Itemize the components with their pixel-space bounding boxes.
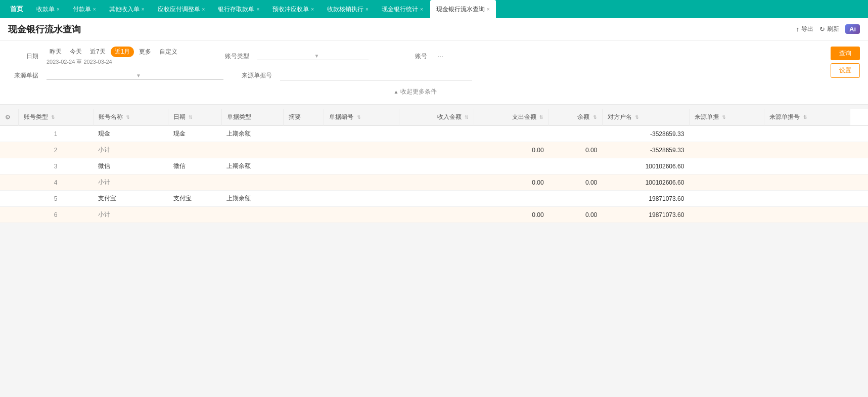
cell-source-doc-no bbox=[850, 158, 868, 174]
cell-doc-type bbox=[284, 191, 324, 207]
cell-doc-no bbox=[399, 158, 474, 174]
cell-income: 0.00 bbox=[474, 207, 549, 223]
cell-expense: 0.00 bbox=[549, 142, 603, 158]
cell-counterparty bbox=[689, 207, 764, 223]
page-header: 现金银行流水查询 ↑ 导出 ↻ 刷新 Ai bbox=[0, 18, 868, 40]
close-icon[interactable]: × bbox=[420, 7, 423, 12]
cell-summary bbox=[324, 207, 399, 223]
cell-doc-type bbox=[284, 174, 324, 191]
refresh-button[interactable]: ↻ 刷新 bbox=[819, 25, 839, 33]
nav-tab-yinhang[interactable]: 银行存取款单 × bbox=[212, 0, 265, 18]
cell-counterparty bbox=[689, 142, 764, 158]
date-label: 日期 bbox=[8, 52, 38, 61]
cell-date bbox=[221, 207, 284, 223]
sort-icon: ⇅ bbox=[357, 115, 361, 120]
cell-account-name: 微信 bbox=[168, 158, 222, 174]
cell-account-type: 小计 bbox=[93, 207, 168, 223]
close-icon[interactable]: × bbox=[93, 7, 96, 12]
sort-icon: ⇅ bbox=[189, 115, 193, 120]
cell-summary bbox=[324, 142, 399, 158]
collapse-bar[interactable]: ▲ 收起更多条件 bbox=[8, 85, 823, 98]
close-icon[interactable]: × bbox=[142, 7, 145, 12]
nav-tab-tiaozheng[interactable]: 应收应付调整单 × bbox=[152, 0, 211, 18]
cell-source-doc bbox=[764, 191, 850, 207]
cell-source-doc bbox=[764, 158, 850, 174]
header-actions: ↑ 导出 ↻ 刷新 Ai bbox=[796, 24, 860, 34]
ai-badge[interactable]: Ai bbox=[845, 24, 860, 34]
sort-icon: ⇅ bbox=[51, 115, 55, 120]
table-row: 4小计0.000.00100102606.60 bbox=[0, 174, 868, 191]
col-doc-no[interactable]: 单据编号 ⇅ bbox=[324, 109, 399, 126]
nav-tab-liushui[interactable]: 现金银行流水查询 × bbox=[430, 0, 496, 18]
col-source-doc-no[interactable]: 来源单据号 ⇅ bbox=[764, 109, 850, 126]
query-button[interactable]: 查询 bbox=[831, 47, 860, 60]
source-doc-select[interactable]: ▼ bbox=[47, 72, 223, 80]
cell-counterparty bbox=[689, 174, 764, 191]
date-btn-1month[interactable]: 近1月 bbox=[111, 47, 134, 57]
nav-home[interactable]: 首页 bbox=[4, 0, 29, 18]
date-options: 昨天 今天 近7天 近1月 更多 自定义 bbox=[47, 47, 180, 57]
nav-tab-shoukuandan[interactable]: 收款单 × bbox=[30, 0, 66, 18]
tab-label: 现金银行统计 bbox=[382, 5, 418, 14]
more-options-icon[interactable]: ··· bbox=[437, 52, 443, 60]
date-block: 昨天 今天 近7天 近1月 更多 自定义 2023-02-24 至 2023-0… bbox=[47, 47, 180, 66]
col-balance[interactable]: 余额 ⇅ bbox=[549, 109, 603, 126]
export-button[interactable]: ↑ 导出 bbox=[796, 25, 814, 33]
cell-source-doc bbox=[764, 142, 850, 158]
col-date[interactable]: 日期 ⇅ bbox=[168, 109, 222, 126]
col-summary[interactable]: 摘要 bbox=[284, 109, 324, 126]
settings-button[interactable]: 设置 bbox=[831, 63, 860, 78]
close-icon[interactable]: × bbox=[311, 7, 314, 12]
account-type-select[interactable]: ▼ bbox=[257, 52, 369, 60]
refresh-icon: ↻ bbox=[819, 25, 825, 33]
close-icon[interactable]: × bbox=[202, 7, 205, 12]
cell-source-doc-no bbox=[850, 207, 868, 223]
col-doc-type[interactable]: 单据类型 bbox=[221, 109, 284, 126]
row-number: 5 bbox=[18, 191, 93, 207]
tab-label: 付款单 bbox=[73, 5, 91, 14]
date-btn-yesterday[interactable]: 昨天 bbox=[47, 47, 65, 57]
cell-income: 0.00 bbox=[474, 174, 549, 191]
cell-doc-no bbox=[399, 142, 474, 158]
col-expense[interactable]: 支出金额 ⇅ bbox=[474, 109, 549, 126]
cell-account-type: 支付宝 bbox=[93, 191, 168, 207]
column-settings-icon[interactable]: ⚙ bbox=[5, 114, 11, 121]
home-label: 首页 bbox=[10, 5, 23, 14]
nav-tab-qitashouru[interactable]: 其他收入单 × bbox=[103, 0, 151, 18]
nav-tab-hexiao[interactable]: 收款核销执行 × bbox=[321, 0, 375, 18]
cell-summary bbox=[324, 174, 399, 191]
source-doc-no-input[interactable] bbox=[280, 71, 472, 80]
date-btn-custom[interactable]: 自定义 bbox=[156, 47, 180, 57]
tab-label: 其他收入单 bbox=[109, 5, 140, 14]
col-source-doc[interactable]: 来源单据 ⇅ bbox=[689, 109, 764, 126]
cell-account-name: 支付宝 bbox=[168, 191, 222, 207]
close-icon[interactable]: × bbox=[487, 7, 490, 12]
close-icon[interactable]: × bbox=[256, 7, 259, 12]
col-account-name[interactable]: 账号名称 ⇅ bbox=[93, 109, 168, 126]
cell-doc-no bbox=[399, 207, 474, 223]
cell-date bbox=[221, 142, 284, 158]
col-account-type[interactable]: 账号类型 ⇅ bbox=[18, 109, 93, 126]
table-row: 5支付宝支付宝上期余额19871073.60 bbox=[0, 191, 868, 207]
cell-date: 上期余额 bbox=[221, 158, 284, 174]
cell-counterparty bbox=[689, 126, 764, 142]
table-row: 2小计0.000.00-3528659.33 bbox=[0, 142, 868, 158]
date-btn-today[interactable]: 今天 bbox=[67, 47, 85, 57]
nav-tab-tongji[interactable]: 现金银行统计 × bbox=[376, 0, 429, 18]
row-empty bbox=[0, 174, 18, 191]
nav-tab-fukuandan[interactable]: 付款单 × bbox=[67, 0, 102, 18]
cell-doc-no bbox=[399, 126, 474, 142]
col-counterparty[interactable]: 对方户名 ⇅ bbox=[602, 109, 689, 126]
table-header-row: ⚙ 账号类型 ⇅ 账号名称 ⇅ 日期 ⇅ 单据类型 摘要 bbox=[0, 109, 868, 126]
nav-tab-yushou[interactable]: 预收冲应收单 × bbox=[266, 0, 320, 18]
cell-doc-type bbox=[284, 126, 324, 142]
cell-balance: 19871073.60 bbox=[602, 207, 689, 223]
date-btn-more[interactable]: 更多 bbox=[136, 47, 154, 57]
close-icon[interactable]: × bbox=[366, 7, 369, 12]
source-doc-label: 来源单据 bbox=[8, 71, 38, 80]
close-icon[interactable]: × bbox=[57, 7, 60, 12]
col-income[interactable]: 收入金额 ⇅ bbox=[399, 109, 474, 126]
table-row: 1现金现金上期余额-3528659.33 bbox=[0, 126, 868, 142]
cell-balance: 100102606.60 bbox=[602, 158, 689, 174]
date-btn-7days[interactable]: 近7天 bbox=[87, 47, 109, 57]
